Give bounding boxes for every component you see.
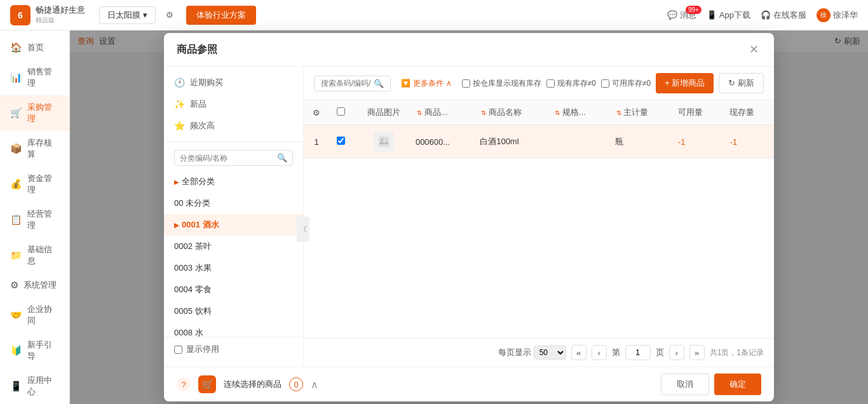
sidebar-label-apps: 应用中心	[27, 375, 59, 398]
sidebar-item-enterprise[interactable]: 🤝 企业协同	[0, 297, 69, 333]
th-image[interactable]: 商品图片	[360, 100, 408, 125]
confirm-btn[interactable]: 确定	[714, 374, 761, 395]
th-checkbox	[329, 100, 360, 125]
sidebar-item-operation[interactable]: 📋 经营管理	[0, 202, 69, 238]
th-spec[interactable]: ⇅ 规格...	[546, 100, 607, 125]
nav-app-download[interactable]: 📱 App下载	[707, 10, 750, 21]
existing-checkbox[interactable]	[546, 79, 555, 88]
cat-all[interactable]: ▶ 全部分类	[164, 171, 303, 192]
select-all-checkbox[interactable]	[337, 107, 345, 116]
th-unit[interactable]: ⇅ 主计量	[607, 100, 670, 125]
th-spec-label: 规格...	[562, 107, 586, 117]
sort-icon: ⇅	[417, 109, 422, 116]
guide-icon: 🔰	[10, 345, 22, 356]
left-recent-buy[interactable]: 🕐 近期购买	[164, 72, 303, 93]
sidebar-item-sales[interactable]: 📊 销售管理	[0, 60, 69, 95]
cat-0001[interactable]: ▶ 0001 酒水	[164, 214, 303, 236]
th-code[interactable]: ⇅ 商品...	[408, 100, 472, 125]
nav-trial-btn[interactable]: 体验行业方案	[186, 6, 256, 25]
page-unit: 页	[656, 347, 664, 358]
nav-message[interactable]: 💬 消息 99+	[667, 10, 696, 21]
page-next-btn[interactable]: ›	[669, 345, 684, 360]
left-frequent[interactable]: ⭐ 频次高	[164, 115, 303, 137]
logo-sub: 精品版	[36, 16, 85, 25]
sales-icon: 📊	[10, 72, 22, 83]
sidebar-item-purchase[interactable]: 🛒 采购管理	[0, 95, 69, 131]
gear-icon[interactable]: ⚙	[161, 6, 179, 24]
warehouse-checkbox-label[interactable]: 按仓库显示现有库存	[462, 78, 541, 89]
page-number-input[interactable]	[625, 345, 651, 360]
main-layout: 🏠 首页 📊 销售管理 🛒 采购管理 📦 库存核算 💰 资金管理 📋 经营管理 …	[0, 30, 868, 404]
help-btn[interactable]: ?	[177, 377, 191, 391]
cat-0002-label: 0002 茶叶	[174, 241, 212, 252]
collapse-btn[interactable]: ∧	[311, 379, 318, 391]
row-checkbox[interactable]	[337, 137, 345, 145]
th-available[interactable]: 可用量	[670, 100, 722, 125]
left-new-product[interactable]: ✨ 新品	[164, 93, 303, 115]
per-page-dropdown[interactable]: 50 100 200	[534, 346, 566, 360]
left-collapse-btn[interactable]: 《	[297, 217, 309, 242]
modal-overlay: 商品参照 ✕ 🕐 近期购买 ✨ 新品	[70, 30, 868, 404]
add-product-btn[interactable]: + 新增商品	[656, 73, 714, 93]
th-stock[interactable]: 现存量	[722, 100, 774, 125]
category-search-input[interactable]	[180, 154, 275, 163]
cart-label: 连续选择的商品	[224, 379, 281, 390]
sort-icon-2: ⇅	[481, 109, 486, 116]
cancel-btn[interactable]: 取消	[661, 374, 709, 395]
image-icon	[379, 137, 389, 147]
sidebar-item-apps[interactable]: 📱 应用中心	[0, 368, 69, 404]
show-disabled-label: 显示停用	[186, 344, 219, 355]
product-reference-modal: 商品参照 ✕ 🕐 近期购买 ✨ 新品	[164, 33, 774, 401]
online-service-label: 在线客服	[773, 10, 806, 21]
sidebar-item-inventory[interactable]: 📦 库存核算	[0, 131, 69, 166]
product-search-input[interactable]	[321, 79, 371, 88]
finance-icon: 💰	[10, 178, 22, 190]
nav-selector-label: 日太阳膜	[107, 10, 140, 21]
sidebar-item-guide[interactable]: 🔰 新手引导	[0, 333, 69, 368]
sidebar-item-system[interactable]: ⚙ 系统管理	[0, 273, 69, 297]
sidebar-item-finance[interactable]: 💰 资金管理	[0, 166, 69, 202]
page-first-btn[interactable]: «	[571, 345, 587, 360]
cat-0008[interactable]: 0008 水	[164, 322, 303, 337]
show-disabled-checkbox[interactable]	[174, 346, 182, 354]
cat-0005[interactable]: 0005 饮料	[164, 300, 303, 322]
modal-close-btn[interactable]: ✕	[746, 42, 761, 57]
cat-00[interactable]: 00 未分类	[164, 192, 303, 214]
cell-checkbox	[329, 125, 360, 159]
basic-icon: 📁	[10, 250, 22, 261]
content-area: 查询 设置 ↻ 刷新 商品参照 ✕ 🕐 近期购买	[70, 30, 868, 404]
left-category-search: 🔍	[174, 150, 293, 166]
cell-name: 白酒100ml	[472, 125, 546, 159]
th-settings[interactable]: ⚙	[304, 100, 329, 125]
cart-count: 0	[289, 377, 303, 391]
table-head: ⚙ 商品图片 ⇅ 商品...	[304, 100, 774, 125]
table-row[interactable]: 1	[304, 125, 774, 159]
sidebar-item-basic[interactable]: 📁 基础信息	[0, 238, 69, 273]
filter-icon: 🔽	[401, 79, 410, 88]
nav-user[interactable]: 徐 徐泽华	[817, 8, 858, 22]
more-filter-btn[interactable]: 🔽 更多条件 ∧	[396, 76, 457, 91]
available-checkbox[interactable]	[601, 79, 609, 88]
cat-all-label: 全部分类	[182, 176, 215, 187]
warehouse-checkbox[interactable]	[462, 79, 470, 88]
modal-footer: ? 🛒 连续选择的商品 0 ∧ 取消 确定	[164, 367, 774, 401]
cat-0004[interactable]: 0004 零食	[164, 279, 303, 300]
nav-online-service[interactable]: 🎧 在线客服	[761, 10, 806, 21]
cat-0002[interactable]: 0002 茶叶	[164, 236, 303, 257]
cat-0003[interactable]: 0003 水果	[164, 257, 303, 279]
refresh-btn[interactable]: ↻ 刷新	[719, 73, 764, 93]
page-last-btn[interactable]: »	[689, 345, 705, 360]
page-prev-btn[interactable]: ‹	[592, 345, 607, 360]
existing-checkbox-label[interactable]: 现有库存≠0	[546, 78, 596, 89]
sort-icon-4: ⇅	[616, 109, 621, 116]
cat-0004-label: 0004 零食	[174, 284, 212, 295]
modal-right-panel: 🔍 🔽 更多条件 ∧ 按仓库显示现有库存	[304, 67, 774, 367]
th-name[interactable]: ⇅ 商品名称	[472, 100, 546, 125]
new-product-label: 新品	[190, 98, 207, 110]
sidebar-label-operation: 经营管理	[27, 208, 59, 231]
sidebar-item-home[interactable]: 🏠 首页	[0, 36, 69, 60]
nav-selector[interactable]: 日太阳膜 ▾	[99, 6, 156, 24]
available-checkbox-label[interactable]: 可用库存≠0	[601, 78, 651, 89]
sidebar-label-enterprise: 企业协同	[27, 304, 59, 327]
clock-icon: 🕐	[174, 77, 185, 88]
